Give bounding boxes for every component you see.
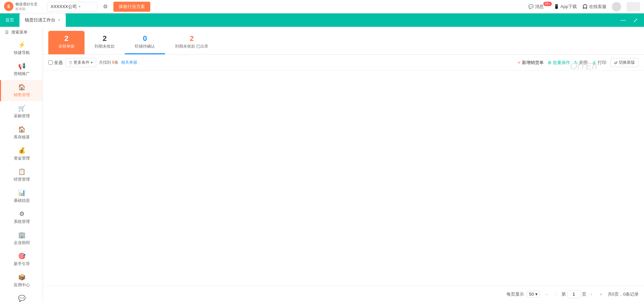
- refresh-icon: ↻: [574, 60, 578, 65]
- sidebar-item-sales[interactable]: 🏠 销售管理: [0, 80, 43, 101]
- sidebar-label-base-info: 基础信息: [14, 198, 30, 203]
- tab-maximize-button[interactable]: ⤢: [631, 15, 640, 25]
- tab-active[interactable]: 钱货日清工作台 ×: [19, 13, 66, 27]
- enterprise-icon: 🏢: [18, 231, 25, 239]
- page-size-select[interactable]: 50 ▾: [527, 291, 540, 298]
- page-size-chevron-icon: ▾: [535, 292, 538, 297]
- add-button[interactable]: + 新增销货单: [518, 60, 544, 66]
- page-suffix: 页: [582, 291, 586, 297]
- sidebar-label-app-center: 应用中心: [14, 282, 30, 288]
- sidebar-label-marketing: 营销推广: [14, 71, 30, 77]
- tab-close-button[interactable]: ×: [58, 18, 60, 22]
- logo-line2: 标准版: [15, 7, 38, 11]
- wechat-icon: 💬: [18, 295, 25, 302]
- page-input[interactable]: [567, 290, 581, 298]
- sidebar-item-quick-nav[interactable]: ⚡ 快捷导航: [0, 38, 43, 59]
- result-text: 共找到 0条: [99, 60, 118, 65]
- sidebar-item-enterprise[interactable]: 🏢 企业协同: [0, 228, 43, 249]
- result-suffix: 条: [114, 60, 118, 65]
- stats-tab-all[interactable]: 2 全部单据: [48, 31, 85, 54]
- switch-button[interactable]: ⇄ 切换新版: [610, 58, 639, 67]
- top-header: 6 畅捷通好生意 标准版 XXXXXX公司 ▾ ⚙ 体验行业方案 💬 消息 99…: [0, 0, 644, 13]
- sidebar-label-purchase: 采购管理: [14, 113, 30, 119]
- sidebar-label-finance: 资金管理: [14, 156, 30, 161]
- service-icon: 🎧: [582, 4, 588, 9]
- stats-count-wangwang: 0: [143, 34, 147, 43]
- settings-button[interactable]: ⚙: [100, 1, 111, 12]
- sidebar-item-app-center[interactable]: 📦 应用中心: [0, 270, 43, 291]
- batch-button[interactable]: ⊞ 批量操作: [548, 60, 570, 66]
- sidebar-item-inventory[interactable]: 🏠 库存核算: [0, 122, 43, 143]
- system-icon: ⚙: [19, 210, 24, 218]
- select-all-input[interactable]: [48, 60, 53, 65]
- chevron-down-icon: ▾: [79, 5, 80, 8]
- main-layout: ☰ 搜索菜单 ⚡ 快捷导航 📢 营销推广 🏠 销售管理 🛒 采购管理 🏠 库存核…: [0, 27, 644, 302]
- sidebar-item-system[interactable]: ⚙ 系统管理: [0, 207, 43, 228]
- refresh-label: 刷新: [579, 60, 588, 66]
- next-page-button[interactable]: ›: [588, 290, 596, 298]
- header-right: 💬 消息 99+ 📱 App下载 🎧 在线客服: [528, 2, 640, 11]
- sidebar-item-guide[interactable]: 🎯 新手引导: [0, 249, 43, 270]
- stats-label-overdue: 到期未收款: [95, 44, 115, 49]
- company-selector[interactable]: XXXXXX公司 ▾: [47, 2, 97, 11]
- stats-count-overdue: 2: [103, 34, 107, 43]
- print-icon: 🖨: [592, 60, 596, 65]
- sidebar-label-guide: 新手引导: [14, 261, 30, 267]
- message-icon: 💬: [528, 4, 534, 9]
- sidebar-label-enterprise: 企业协同: [14, 240, 30, 246]
- app-download-button[interactable]: 📱 App下载: [554, 4, 577, 10]
- tab-bar-right: — ⤢: [619, 15, 644, 25]
- tab-minimize-button[interactable]: —: [619, 15, 628, 25]
- stats-tab-wangwang[interactable]: 0 旺辅待确认: [125, 31, 165, 54]
- stats-tabs: 2 全部单据 2 到期未收款 0 旺辅待确认 2 到期未收款 已出库: [43, 27, 644, 55]
- toolbar-right: + 新增销货单 ⊞ 批量操作 ↻ 刷新 🖨 打印: [518, 58, 639, 67]
- filter-label: 更多条件: [73, 60, 90, 65]
- sidebar-item-finance[interactable]: 💰 资金管理: [0, 143, 43, 165]
- sidebar-label-system: 系统管理: [14, 219, 30, 225]
- base-info-icon: 📊: [18, 189, 25, 196]
- stats-tab-overdue-out[interactable]: 2 到期未收款 已出库: [165, 31, 218, 54]
- guide-icon: 🎯: [18, 252, 25, 260]
- batch-icon: ⊞: [548, 60, 551, 65]
- switch-icon: ⇄: [614, 60, 618, 65]
- last-page-button[interactable]: »: [597, 290, 605, 298]
- online-service-button[interactable]: 🎧 在线客服: [582, 4, 606, 10]
- message-button[interactable]: 💬 消息 99+: [528, 4, 548, 10]
- sidebar: ☰ 搜索菜单 ⚡ 快捷导航 📢 营销推广 🏠 销售管理 🛒 采购管理 🏠 库存核…: [0, 27, 43, 302]
- select-all-checkbox[interactable]: 全选: [48, 60, 63, 66]
- sidebar-search[interactable]: ☰ 搜索菜单: [0, 27, 43, 38]
- avatar[interactable]: [612, 2, 621, 11]
- filter-icon: ▽: [69, 60, 72, 65]
- toolbar: 全选 ▽ 更多条件 ▾ 共找到 0条 相关单据 + 新增销货单: [43, 55, 644, 71]
- operations-icon: 📋: [18, 168, 25, 175]
- purchase-icon: 🛒: [18, 105, 25, 112]
- sidebar-item-operations[interactable]: 📋 经营管理: [0, 165, 43, 186]
- logo-line1: 畅捷通好生意: [15, 2, 38, 6]
- first-page-button[interactable]: «: [543, 290, 551, 298]
- prev-page-button[interactable]: ‹: [552, 290, 560, 298]
- online-service-label: 在线客服: [589, 4, 606, 10]
- filter-button[interactable]: ▽ 更多条件 ▾: [65, 58, 96, 67]
- refresh-button[interactable]: ↻ 刷新: [574, 60, 588, 66]
- tab-home[interactable]: 首页: [0, 13, 19, 27]
- sidebar-item-purchase[interactable]: 🛒 采购管理: [0, 101, 43, 122]
- total-label: 共0页，0条记录: [608, 291, 639, 297]
- sidebar-item-base-info[interactable]: 📊 基础信息: [0, 186, 43, 207]
- print-button[interactable]: 🖨 打印: [592, 60, 606, 66]
- message-label: 消息: [535, 4, 544, 10]
- related-label: 相关单据: [121, 60, 137, 65]
- search-menu-label: 搜索菜单: [11, 29, 28, 35]
- stats-tab-overdue[interactable]: 2 到期未收款: [85, 31, 125, 54]
- app-download-label: App下载: [560, 4, 577, 10]
- page-nav: « ‹ 第 页 › »: [543, 290, 605, 298]
- pagination: 每页显示 50 ▾ « ‹ 第 页 › » 共0页，0条记录: [43, 286, 644, 302]
- tab-bar: 首页 钱货日清工作台 × — ⤢: [0, 13, 644, 27]
- quick-nav-icon: ⚡: [18, 41, 25, 49]
- user-menu[interactable]: [627, 2, 640, 11]
- sidebar-item-marketing[interactable]: 📢 营销推广: [0, 59, 43, 80]
- sidebar-label-sales: 销售管理: [14, 92, 30, 98]
- active-tab-label: 钱货日清工作台: [25, 17, 55, 23]
- trial-button[interactable]: 体验行业方案: [113, 2, 150, 12]
- sidebar-label-inventory: 库存核算: [14, 134, 30, 140]
- sidebar-item-wechat[interactable]: 💬 企业微信: [0, 291, 43, 302]
